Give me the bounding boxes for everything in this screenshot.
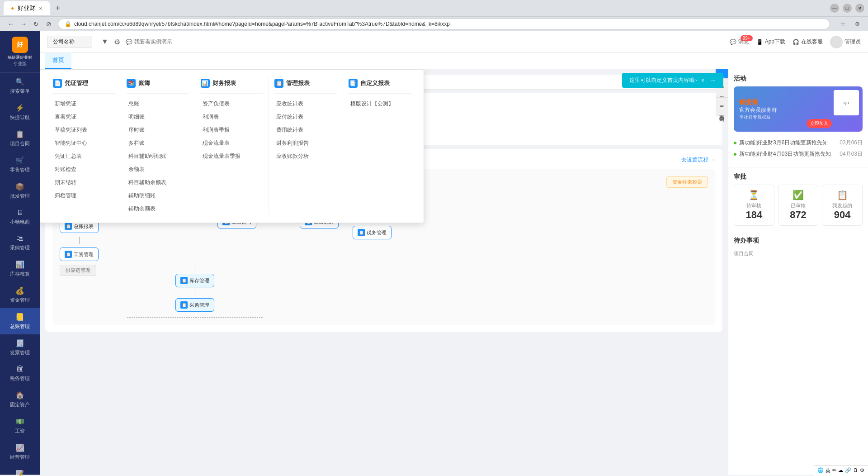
menu-item-cashflow-quarterly[interactable]: 现金流量表季报 <box>201 150 263 163</box>
flow-box-payroll[interactable]: 📋 工资管理 <box>60 248 99 261</box>
section-title-financial-reports: 📊 财务报表 <box>201 77 263 94</box>
menu-item-balance-sheet[interactable]: 资产负债表 <box>201 97 263 110</box>
status-icon-1[interactable]: 🌐 <box>817 467 824 474</box>
status-icon-6[interactable]: 🗒 <box>853 467 858 474</box>
menu-item-voucher-summary[interactable]: 凭证汇总表 <box>53 150 115 163</box>
user-menu-btn[interactable]: 管理员 <box>830 36 861 48</box>
menu-item-income-statement[interactable]: 利润表 <box>201 110 263 124</box>
sidebar-item-project[interactable]: 📋 项目合同 <box>0 125 40 152</box>
menu-item-view-voucher[interactable]: 查看凭证 <box>53 110 115 124</box>
status-icon-5[interactable]: 🔗 <box>845 467 851 474</box>
notify-close-btn[interactable]: × <box>701 77 704 84</box>
forward-btn[interactable]: → <box>18 19 29 29</box>
menu-item-cashflow[interactable]: 现金流量表 <box>201 137 263 150</box>
join-btn-label[interactable]: 立即加入 <box>807 119 832 128</box>
sidebar-item-payroll[interactable]: 💵 工资 <box>0 413 40 439</box>
app-download-btn[interactable]: 📱 App下载 <box>756 38 785 46</box>
sidebar-item-expense[interactable]: 📝 小畅报销 <box>0 465 40 476</box>
company-name[interactable]: 公司名称 <box>47 36 92 48</box>
demo-btn[interactable]: 💬 我要看实例演示 <box>126 38 172 46</box>
approval-card-initiated[interactable]: 📋 我发起的 904 <box>822 185 863 226</box>
sidebar-item-ecommerce[interactable]: 🖥 小畅电商 <box>0 204 40 230</box>
minimize-btn[interactable]: — <box>830 4 839 13</box>
sidebar-item-operations[interactable]: 📈 经营管理 <box>0 439 40 465</box>
menu-item-profit-report[interactable]: 财务利润报告 <box>274 137 337 150</box>
sidebar-item-tax[interactable]: 🏛 税务管理 <box>0 361 40 386</box>
status-icon-4[interactable]: ☁ <box>838 467 843 474</box>
extension-icon[interactable]: ⚙ <box>852 19 863 29</box>
menu-item-multi-column[interactable]: 多栏账 <box>127 137 189 150</box>
flow-box-tax[interactable]: 📋 税务管理 <box>353 226 392 239</box>
refresh-btn[interactable]: ↻ <box>31 19 42 29</box>
status-icon-7[interactable]: ⚙ <box>860 467 864 474</box>
fin-report-icon: 📊 <box>201 79 210 88</box>
message-btn[interactable]: 💬 消息 99+ <box>730 38 749 46</box>
menu-item-receivable-stats[interactable]: 应收统计表 <box>274 97 337 110</box>
online-service-btn[interactable]: 🎧 在线客服 <box>793 38 823 46</box>
sidebar-item-general-ledger[interactable]: 📒 总账管理 <box>0 308 40 334</box>
active-tab[interactable]: ● 好业财 × <box>4 1 50 15</box>
menu-item-template-design[interactable]: 模版设计【公测】 <box>349 97 411 110</box>
menu-item-archive[interactable]: 归档管理 <box>53 189 115 202</box>
sidebar-item-retail[interactable]: 🛒 零售管理 <box>0 152 40 178</box>
main-content: 公司名称 ▼ ⚙ 💬 我要看实例演示 💬 消息 99+ 📱 App下载 <box>40 31 868 475</box>
menu-item-aux-detail[interactable]: 辅助明细账 <box>127 189 189 202</box>
menu-item-new-voucher[interactable]: 新增凭证 <box>53 97 115 110</box>
restore-btn[interactable]: □ <box>843 4 852 13</box>
sidebar-item-quick-nav[interactable]: ⚡ 快捷导航 <box>0 99 40 125</box>
tab-home[interactable]: 首页 <box>45 52 71 69</box>
menu-item-period-close[interactable]: 期末结转 <box>53 176 115 189</box>
menu-item-receivable-analysis[interactable]: 应收账款分析 <box>274 150 337 163</box>
tab-title: 好业财 <box>18 4 35 12</box>
sidebar-item-inventory[interactable]: 📊 库存核算 <box>0 256 40 282</box>
status-icon-2[interactable]: 英 <box>826 467 830 474</box>
new-tab-btn[interactable]: + <box>52 2 64 14</box>
sidebar-item-assets[interactable]: 🏠 固定资产 <box>0 386 40 413</box>
news-item-2[interactable]: 新功能|好业财4月03日功能更新抢先知 04月03日 <box>734 148 863 160</box>
delete-btn[interactable]: ⊘ <box>43 19 54 29</box>
top-right-area: 💬 消息 99+ 📱 App下载 🎧 在线客服 管理员 <box>730 36 861 48</box>
sidebar-item-search[interactable]: 🔍 搜索菜单 <box>0 73 40 99</box>
bookmark-icon[interactable]: ☆ <box>837 19 848 29</box>
dropdown-toggle[interactable]: ▼ <box>101 38 108 46</box>
sidebar-item-purchase[interactable]: 🛍 采购管理 <box>0 230 40 256</box>
approval-card-approved[interactable]: ✅ 已审核 872 <box>778 185 819 226</box>
toolbar-icons: ☆ ⚙ <box>837 19 863 29</box>
menu-item-draft-voucher[interactable]: 草稿凭证列表 <box>53 124 115 137</box>
address-bar: ← → ↻ ⊘ 🔒 cloud.chanjet.com/cc/u6d89qwnr… <box>0 16 868 31</box>
sidebar-item-invoice[interactable]: 🧾 发票管理 <box>0 334 40 361</box>
back-btn[interactable]: ← <box>5 19 16 29</box>
nav-buttons: ← → ↻ ⊘ <box>5 19 54 29</box>
tab-close-btn[interactable]: × <box>39 5 42 12</box>
approval-card-pending[interactable]: ⏳ 待审核 184 <box>734 185 774 226</box>
menu-section-mgmt-reports: 📋 管理报表 应收统计表 应付统计表 费用统计表 财务利润报告 应收账款分析 <box>269 77 343 215</box>
menu-item-balance-table[interactable]: 余额表 <box>127 163 189 176</box>
menu-item-subject-detail[interactable]: 科目辅助明细账 <box>127 150 189 163</box>
join-btn[interactable]: 立即加入 <box>807 119 832 128</box>
url-bar[interactable]: 🔒 cloud.chanjet.com/cc/u6d89qwnryel/57bf… <box>58 19 830 29</box>
settings-toggle[interactable]: ⚙ <box>114 38 120 46</box>
service-community-btn[interactable]: 服务社区 <box>716 97 728 107</box>
menu-item-reconcile[interactable]: 对账检查 <box>53 163 115 176</box>
menu-item-payable-stats[interactable]: 应付统计表 <box>274 110 337 124</box>
general-ledger-label: 总账报表 <box>74 223 94 230</box>
sidebar-item-wholesale[interactable]: 📦 批发管理 <box>0 178 40 204</box>
custom-reports-title: 自定义报表 <box>360 79 390 87</box>
menu-item-aux-balance[interactable]: 辅助余额表 <box>127 202 189 215</box>
news-item-1[interactable]: 新功能|好业财3月6日功能更新抢先知 03月06日 <box>734 137 863 148</box>
flow-setup-link[interactable]: 去设置流程 → <box>681 156 715 164</box>
flow-box-inventory[interactable]: 📋 库存管理 <box>175 274 214 287</box>
flow-box-purchase[interactable]: 📋 采购管理 <box>175 298 214 312</box>
menu-item-expense-stats[interactable]: 费用统计表 <box>274 124 337 137</box>
desktop-shortcut-btn[interactable]: 桌面快捷 <box>716 107 728 116</box>
menu-item-smart-voucher[interactable]: 智能凭证中心 <box>53 137 115 150</box>
sidebar-item-fund[interactable]: 💰 资金管理 <box>0 282 40 308</box>
menu-item-general-ledger[interactable]: 总账 <box>127 97 189 110</box>
menu-item-subject-aux-balance[interactable]: 科目辅助余额表 <box>127 176 189 189</box>
menu-item-income-quarterly[interactable]: 利润表季报 <box>201 124 263 137</box>
close-btn[interactable]: × <box>855 4 864 13</box>
menu-item-journal[interactable]: 序时账 <box>127 124 189 137</box>
menu-item-detail-ledger[interactable]: 明细账 <box>127 110 189 124</box>
customer-service-btn[interactable]: 客服热线 <box>716 88 728 97</box>
status-icon-3[interactable]: ✏ <box>832 467 836 474</box>
